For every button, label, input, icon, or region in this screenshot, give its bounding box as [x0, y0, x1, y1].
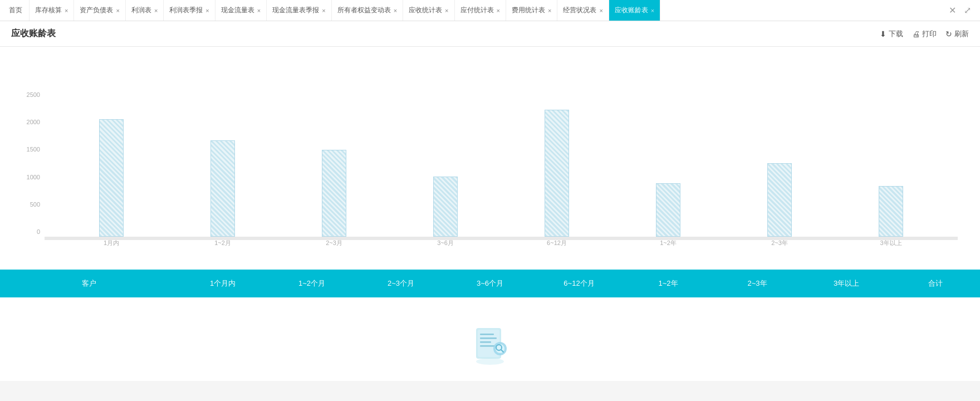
chart-x-label: 3年以上 [879, 239, 903, 247]
tab-expense[interactable]: 费用统计表× [506, 0, 557, 21]
chart-inner: 25002000150010005000 1月内1~2月2~3月3~6月6~12… [22, 58, 958, 247]
table-header-cell: 6~12个月 [535, 278, 624, 288]
chart-bar [433, 177, 458, 237]
chart-bar-group [210, 140, 235, 237]
tab-label-ap-stats: 应付统计表 [460, 6, 494, 15]
chart-bar-group [433, 177, 458, 237]
tab-close-equity[interactable]: × [394, 7, 397, 14]
table-header-cell: 3~6个月 [445, 278, 535, 288]
download-icon: ⬇ [880, 30, 886, 38]
chart-bar [545, 110, 569, 237]
chart-container: 25002000150010005000 1月内1~2月2~3月3~6月6~12… [0, 47, 980, 270]
chart-x-label: 6~12月 [545, 239, 569, 247]
refresh-label: 刷新 [954, 29, 969, 39]
tab-bar: 首页 库存核算×资产负债表×利润表×利润表季报×现金流量表×现金流量表季报×所有… [0, 0, 980, 21]
refresh-icon: ↻ [945, 30, 952, 38]
chart-grid-line [45, 239, 958, 240]
chart-x-label: 1月内 [99, 239, 124, 247]
chart-bar-group [99, 119, 124, 237]
tab-label-expense: 费用统计表 [512, 6, 545, 15]
chart-bar [879, 186, 903, 237]
tab-close-cashflow-quarter[interactable]: × [322, 7, 325, 14]
close-window-icon[interactable]: ✕ [947, 4, 958, 17]
tab-label-ar-stats: 应收统计表 [409, 6, 442, 15]
chart-body: 1月内1~2月2~3月3~6月6~12月1~2年2~3年3年以上 [45, 237, 958, 247]
page-header: 应收账龄表 ⬇ 下载 🖨 打印 ↻ 刷新 [0, 21, 980, 47]
tab-equity[interactable]: 所有者权益变动表× [332, 0, 403, 21]
chart-bar [322, 150, 346, 237]
tab-close-ar-aging[interactable]: × [651, 7, 654, 14]
tab-home-label: 首页 [9, 6, 22, 15]
window-controls: ✕ ⤢ [942, 4, 978, 17]
tab-close-inventory[interactable]: × [65, 7, 68, 14]
tab-label-profit: 利润表 [131, 6, 151, 15]
tab-close-business[interactable]: × [599, 7, 602, 14]
table-header-cell: 2~3个月 [356, 278, 445, 288]
print-icon: 🖨 [912, 30, 920, 38]
download-button[interactable]: ⬇ 下载 [880, 29, 903, 39]
y-axis-label: 1000 [27, 174, 40, 180]
tab-label-balance: 资产负债表 [80, 6, 113, 15]
chart-bar [767, 163, 792, 237]
svg-point-0 [476, 358, 504, 365]
chart-y-axis: 25002000150010005000 [22, 91, 45, 247]
tab-close-expense[interactable]: × [548, 7, 551, 14]
tab-label-cashflow-quarter: 现金流量表季报 [272, 6, 319, 15]
chart-bar [210, 140, 235, 237]
tab-cashflow-quarter[interactable]: 现金流量表季报× [267, 0, 331, 21]
table-header-cell: 合计 [891, 278, 980, 288]
y-axis-label: 2000 [27, 119, 40, 125]
chart-bar-group [322, 150, 346, 237]
empty-illustration [462, 320, 518, 370]
tab-close-cashflow[interactable]: × [257, 7, 261, 14]
tab-balance[interactable]: 资产负债表× [74, 0, 125, 21]
refresh-button[interactable]: ↻ 刷新 [945, 29, 969, 39]
svg-rect-3 [480, 334, 494, 335]
svg-rect-6 [480, 345, 496, 347]
y-axis-label: 0 [37, 228, 40, 235]
print-button[interactable]: 🖨 打印 [912, 29, 937, 39]
table-header-cell: 客户 [0, 278, 178, 288]
y-axis-label: 500 [30, 201, 40, 208]
tab-business[interactable]: 经营状况表× [557, 0, 609, 21]
tab-close-profit[interactable]: × [154, 7, 158, 14]
tab-label-cashflow: 现金流量表 [221, 6, 254, 15]
tab-home[interactable]: 首页 [2, 0, 30, 21]
chart-x-label: 1~2月 [210, 239, 235, 247]
page-title: 应收账龄表 [11, 28, 56, 40]
y-axis-label: 1500 [27, 146, 40, 153]
tab-ar-aging[interactable]: 应收账龄表× [609, 0, 660, 21]
chart-bar [99, 119, 124, 237]
tab-close-profit-quarter[interactable]: × [205, 7, 209, 14]
y-axis-label: 2500 [27, 91, 40, 98]
chart-bar-group [656, 183, 680, 237]
table-header-cell: 1~2个月 [267, 278, 356, 288]
tab-label-inventory: 库存核算 [35, 6, 62, 15]
chart-bar-group [767, 163, 792, 237]
print-label: 打印 [922, 29, 937, 39]
table-header-cell: 1~2年 [624, 278, 713, 288]
tab-close-balance[interactable]: × [116, 7, 119, 14]
chart-x-label: 2~3年 [767, 239, 792, 247]
tab-inventory[interactable]: 库存核算× [30, 0, 74, 21]
main-content: 25002000150010005000 1月内1~2月2~3月3~6月6~12… [0, 47, 980, 381]
tab-ap-stats[interactable]: 应付统计表× [455, 0, 506, 21]
svg-rect-4 [480, 338, 497, 339]
empty-state [0, 297, 980, 381]
chart-bar [656, 183, 680, 237]
tab-close-ar-stats[interactable]: × [445, 7, 448, 14]
chart-bar-group [879, 186, 903, 237]
tab-close-ap-stats[interactable]: × [497, 7, 500, 14]
tabs-container: 库存核算×资产负债表×利润表×利润表季报×现金流量表×现金流量表季报×所有者权益… [30, 0, 942, 21]
tab-label-equity: 所有者权益变动表 [337, 6, 391, 15]
chart-x-label: 3~6月 [433, 239, 458, 247]
maximize-window-icon[interactable]: ⤢ [962, 4, 973, 17]
page-actions: ⬇ 下载 🖨 打印 ↻ 刷新 [880, 29, 969, 39]
tab-label-business: 经营状况表 [563, 6, 596, 15]
tab-profit-quarter[interactable]: 利润表季报× [164, 0, 215, 21]
tab-ar-stats[interactable]: 应收统计表× [403, 0, 454, 21]
download-label: 下载 [889, 29, 903, 39]
tab-profit[interactable]: 利润表× [126, 0, 164, 21]
tab-cashflow[interactable]: 现金流量表× [215, 0, 267, 21]
chart-x-label: 1~2年 [656, 239, 680, 247]
